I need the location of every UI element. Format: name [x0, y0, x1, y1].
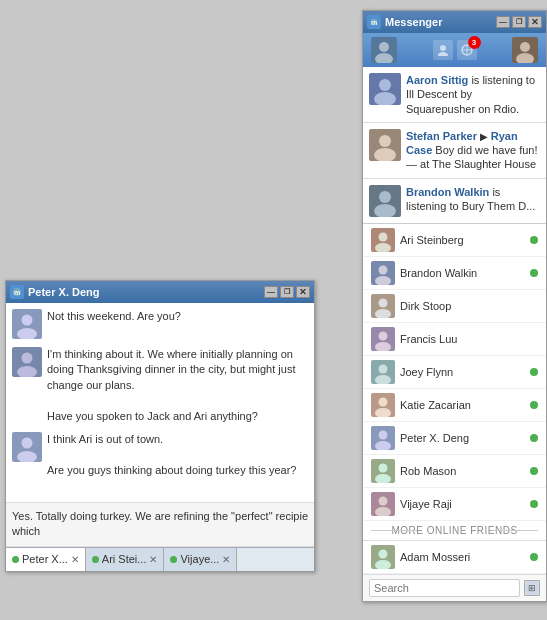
- friend-name-francis: Francis Luu: [400, 333, 525, 345]
- svg-point-14: [379, 79, 391, 91]
- tab-online-dot-peter: [12, 556, 19, 563]
- friend-name-ari: Ari Steinberg: [400, 234, 525, 246]
- tab-close-ari[interactable]: ✕: [149, 554, 157, 565]
- friend-ari-steinberg[interactable]: Ari Steinberg: [363, 224, 546, 257]
- friend-brandon-walkin[interactable]: Brandon Walkin: [363, 257, 546, 290]
- tab-label-peter: Peter X...: [22, 553, 68, 565]
- chat-restore-button[interactable]: ❐: [280, 286, 294, 298]
- friends-icon[interactable]: [433, 40, 453, 60]
- friend-avatar-brandon: [371, 261, 395, 285]
- chat-msg-text-1: Not this weekend. Are you?: [47, 309, 181, 324]
- friend-avatar-vijaye: [371, 492, 395, 516]
- news-name-1: Aaron Sittig: [406, 74, 468, 86]
- minimize-button[interactable]: —: [496, 16, 510, 28]
- online-indicator-peter: [530, 434, 538, 442]
- friend-katie-zacarian[interactable]: Katie Zacarian: [363, 389, 546, 422]
- compose-text[interactable]: Yes. Totally doing turkey. We are refini…: [12, 509, 308, 540]
- friend-vijaye-raji[interactable]: Vijaye Raji: [363, 488, 546, 521]
- search-input[interactable]: [369, 579, 520, 597]
- svg-point-29: [379, 298, 388, 307]
- friend-name-adam: Adam Mosseri: [400, 551, 525, 563]
- notification-badge: 3: [468, 36, 481, 49]
- friend-name-dirk: Dirk Stoop: [400, 300, 525, 312]
- chat-messages-area: Not this weekend. Are you? I'm thinking …: [6, 303, 314, 503]
- svg-point-23: [379, 232, 388, 241]
- chat-titlebar: m Peter X. Deng — ❐ ✕: [6, 281, 314, 303]
- news-avatar-2: [369, 129, 401, 161]
- news-item-3[interactable]: Brandon Walkin is listening to Bury Them…: [363, 179, 546, 223]
- svg-point-61: [22, 437, 33, 448]
- svg-point-50: [379, 549, 388, 558]
- friend-name-vijaye: Vijaye Raji: [400, 498, 525, 510]
- friend-avatar-katie: [371, 393, 395, 417]
- svg-point-35: [379, 364, 388, 373]
- globe-icon[interactable]: 3: [457, 40, 477, 60]
- chat-tab-peter[interactable]: Peter X... ✕: [6, 548, 86, 571]
- toolbar-icons: 3: [403, 40, 506, 60]
- svg-point-20: [379, 191, 391, 203]
- chat-title: Peter X. Deng: [28, 286, 262, 298]
- chat-icon: m: [10, 285, 24, 299]
- chat-msg-text-3: I think Ari is out of town.Are you guys …: [47, 432, 296, 478]
- chat-msg-text-2: I'm thinking about it. We where initiall…: [47, 347, 308, 424]
- online-indicator-dirk: [530, 302, 538, 310]
- online-indicator-vijaye: [530, 500, 538, 508]
- chat-msg-avatar-1: [12, 309, 42, 339]
- messenger-icon: m: [367, 15, 381, 29]
- svg-point-3: [379, 42, 389, 52]
- friend-rob-mason[interactable]: Rob Mason: [363, 455, 546, 488]
- news-text-1: Aaron Sittig is listening to Ill Descent…: [406, 73, 540, 116]
- friend-joey-flynn[interactable]: Joey Flynn: [363, 356, 546, 389]
- tab-online-dot-ari: [92, 556, 99, 563]
- svg-point-41: [379, 430, 388, 439]
- friend-adam-mosseri[interactable]: Adam Mosseri: [363, 541, 546, 574]
- news-avatar-1: [369, 73, 401, 105]
- online-indicator-francis: [530, 335, 538, 343]
- chat-minimize-button[interactable]: —: [264, 286, 278, 298]
- friend-avatar-adam: [371, 545, 395, 569]
- svg-point-44: [379, 463, 388, 472]
- tab-close-peter[interactable]: ✕: [71, 554, 79, 565]
- friend-name-joey: Joey Flynn: [400, 366, 525, 378]
- online-indicator-rob: [530, 467, 538, 475]
- profile-avatar: [512, 37, 538, 63]
- news-item-1[interactable]: Aaron Sittig is listening to Ill Descent…: [363, 67, 546, 123]
- svg-point-47: [379, 496, 388, 505]
- svg-text:m: m: [14, 289, 20, 296]
- tab-label-vijaye: Vijaye...: [180, 553, 219, 565]
- chat-msg-avatar-2: [12, 347, 42, 377]
- messenger-titlebar: m Messenger — ❐ ✕: [363, 11, 546, 33]
- online-indicator-katie: [530, 401, 538, 409]
- friend-peter-deng[interactable]: Peter X. Deng: [363, 422, 546, 455]
- chat-message-1: Not this weekend. Are you?: [12, 309, 308, 339]
- svg-point-58: [22, 353, 33, 364]
- friend-name-katie: Katie Zacarian: [400, 399, 525, 411]
- restore-button[interactable]: ❐: [512, 16, 526, 28]
- chat-tab-vijaye[interactable]: Vijaye... ✕: [164, 548, 237, 571]
- friend-avatar-francis: [371, 327, 395, 351]
- friend-avatar-joey: [371, 360, 395, 384]
- tab-close-vijaye[interactable]: ✕: [222, 554, 230, 565]
- messenger-toolbar: 3: [363, 33, 546, 67]
- search-icon[interactable]: ⊞: [524, 580, 540, 596]
- tab-label-ari: Ari Stei...: [102, 553, 147, 565]
- news-item-2[interactable]: Stefan Parker ▶ Ryan Case Boy did we hav…: [363, 123, 546, 179]
- chat-window: m Peter X. Deng — ❐ ✕ Not this weekend. …: [5, 280, 315, 572]
- messenger-panel: m Messenger — ❐ ✕ 3: [362, 10, 547, 602]
- chat-tab-ari[interactable]: Ari Stei... ✕: [86, 548, 165, 571]
- news-avatar-3: [369, 185, 401, 217]
- chat-close-button[interactable]: ✕: [296, 286, 310, 298]
- friend-dirk-stoop[interactable]: Dirk Stoop: [363, 290, 546, 323]
- friend-name-peter: Peter X. Deng: [400, 432, 525, 444]
- messenger-search-bar: ⊞: [363, 574, 546, 601]
- svg-point-6: [438, 52, 448, 56]
- friend-name-rob: Rob Mason: [400, 465, 525, 477]
- online-indicator-ari: [530, 236, 538, 244]
- chat-compose-area[interactable]: Yes. Totally doing turkey. We are refini…: [6, 503, 314, 547]
- close-button[interactable]: ✕: [528, 16, 542, 28]
- friend-name-brandon: Brandon Walkin: [400, 267, 525, 279]
- friend-francis-luu[interactable]: Francis Luu: [363, 323, 546, 356]
- friend-avatar-rob: [371, 459, 395, 483]
- svg-point-32: [379, 331, 388, 340]
- online-indicator-brandon: [530, 269, 538, 277]
